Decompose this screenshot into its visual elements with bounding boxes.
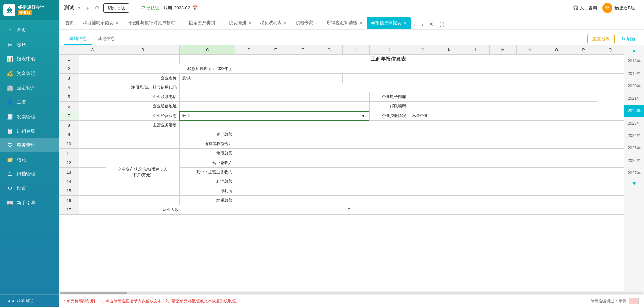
cell-3-b[interactable]: 企业名称 (106, 74, 179, 83)
cell-7-j[interactable]: 企业控股情况 (369, 111, 409, 121)
cell-10-d[interactable] (235, 139, 624, 149)
cell-8-a[interactable] (79, 121, 106, 130)
topbar-add-btn[interactable]: ＋ (85, 4, 91, 12)
tab-nav-next[interactable]: › (419, 20, 426, 29)
cell-15-b[interactable] (106, 186, 179, 196)
cell-2-a[interactable] (79, 64, 106, 74)
sidebar-item-fund[interactable]: 💰 资金管理 (0, 66, 59, 81)
sidebar-item-purchase[interactable]: 📋 进销台账 (0, 124, 59, 138)
sidebar-item-tax[interactable]: 🛡 税务管理 (0, 138, 59, 152)
cell-11-b[interactable] (106, 149, 179, 158)
cell-13-a[interactable] (79, 168, 106, 177)
sidebar-item-payroll[interactable]: 👤 工资 (0, 95, 59, 109)
cell-6-a[interactable] (79, 102, 106, 111)
cell-14-a[interactable] (79, 177, 106, 186)
reset-button[interactable]: 重置报表 (587, 34, 615, 44)
refresh-button[interactable]: ↻ 刷新 (618, 34, 639, 44)
cell-12-a[interactable] (79, 158, 106, 168)
cell-13-c[interactable]: 其中：主营业务收入 (179, 168, 235, 177)
sidebar-item-invoice[interactable]: 🧾 发票管理 (0, 109, 59, 124)
cell-3-c[interactable]: 测试 (179, 74, 342, 83)
topbar-dropdown-arrow[interactable]: ▾ (78, 5, 80, 10)
tab-close-fixed-asset[interactable]: ✕ (217, 21, 220, 25)
year-item-2020[interactable]: 2020年 (624, 80, 644, 92)
sub-tab-other[interactable]: 其他信息 (92, 33, 120, 45)
sidebar-collapse-btn[interactable]: ◄◄ 取消固定 (0, 294, 59, 307)
calendar-icon[interactable]: 📅 (192, 5, 198, 10)
cell-17-d[interactable]: 0 (235, 205, 463, 215)
cell-1-title[interactable]: 工商年报信息表 (179, 55, 597, 64)
cell-7-a[interactable] (79, 111, 106, 121)
year-item-2025[interactable]: 2025年 (624, 142, 644, 155)
tab-journal[interactable]: 日记账与银行对账单核对 ✕ (123, 17, 184, 29)
cell-15-a[interactable] (79, 186, 106, 196)
year-nav-up[interactable]: ▲ (630, 46, 638, 55)
cell-6-k[interactable] (409, 102, 597, 111)
tab-nav-prev[interactable]: ‹ (411, 20, 418, 29)
tab-expand-btn[interactable]: ⛶ (437, 20, 447, 29)
tab-annual-report[interactable]: 年报信息申报表 ✕ (367, 17, 411, 29)
cell-11-d[interactable] (235, 149, 624, 158)
cell-9-d[interactable] (235, 130, 624, 139)
cell-6-c[interactable] (179, 102, 369, 111)
cell-17-a[interactable] (79, 205, 106, 215)
tab-fixed-asset[interactable]: 固定资产类别 ✕ (185, 17, 224, 29)
cell-16-a[interactable] (79, 196, 106, 205)
cell-12-d[interactable] (235, 158, 624, 168)
cell-5-j[interactable]: 企业电子邮箱 (369, 92, 409, 102)
cell-3-a[interactable] (79, 74, 106, 83)
sidebar-item-ledger[interactable]: ▤ 总账 (0, 37, 59, 52)
sidebar-item-close[interactable]: 📁 结账 (0, 152, 59, 167)
dropdown-arrow-icon[interactable]: ▼ (361, 114, 367, 118)
cell-9-b[interactable] (106, 130, 179, 139)
year-item-2018[interactable]: 2018年 (624, 55, 644, 68)
cell-13-d[interactable] (235, 168, 624, 177)
cell-10-b[interactable] (106, 139, 179, 149)
horizontal-scrollbar[interactable] (59, 291, 644, 295)
cell-6-b[interactable]: 企业通信地址 (106, 102, 179, 111)
tab-close-journal[interactable]: ✕ (177, 21, 180, 25)
cell-12-c[interactable]: 营业总收入 (179, 158, 235, 168)
sidebar-item-settings[interactable]: ⚙ 设置 (0, 181, 59, 195)
cell-5-c[interactable] (179, 92, 369, 102)
tab-tax-fluctuation[interactable]: 税负波动表 ✕ (256, 17, 291, 29)
cell-5-k[interactable] (409, 92, 597, 102)
topbar-settings-btn[interactable]: ⚙ (95, 5, 99, 11)
tab-income-tax[interactable]: 所得税汇算清缴 ✕ (323, 17, 366, 29)
tab-close-auxiliary[interactable]: ✕ (115, 21, 118, 25)
cell-4-b[interactable]: 注册号/统一社会信用代码 (106, 83, 179, 92)
sidebar-item-asset[interactable]: 🏢 固定资产 (0, 81, 59, 95)
cell-17-b[interactable]: 从业人数 (106, 205, 235, 215)
tab-auxiliary[interactable]: 科目辅助余额表 ✕ (79, 17, 122, 29)
cell-5-b[interactable]: 企业联系电话 (106, 92, 179, 102)
cell-4-c[interactable] (179, 83, 597, 92)
year-item-2023[interactable]: 2023年 (624, 117, 644, 130)
tab-close-income-tax[interactable]: ✕ (359, 21, 362, 25)
tab-close-all[interactable]: ✕ (426, 19, 436, 29)
sidebar-item-guide[interactable]: 📖 新手引导 (0, 195, 59, 210)
year-item-2026[interactable]: 2026年 (624, 155, 644, 167)
cell-8-b[interactable]: 主营业务活动 (106, 121, 179, 130)
year-item-2027[interactable]: 2027年 (624, 167, 644, 179)
cell-16-b[interactable] (106, 196, 179, 205)
user-menu[interactable]: 畅 畅捷通B组... (602, 3, 639, 13)
year-item-2024[interactable]: 2024年 (624, 130, 644, 142)
cell-7-k[interactable]: 私营企业 (409, 111, 597, 121)
sub-tab-basic[interactable]: 基础信息 (64, 33, 92, 45)
cell-9-a[interactable] (79, 130, 106, 139)
year-nav-down[interactable]: ▼ (630, 179, 638, 188)
tab-close-tax-fluctuation[interactable]: ✕ (284, 21, 287, 25)
cell-14-d[interactable] (235, 177, 624, 186)
spreadsheet-container[interactable]: A B C D E F G H I J K L (59, 45, 624, 291)
tab-close-tax-table[interactable]: ✕ (248, 21, 251, 25)
cell-5-a[interactable] (79, 92, 106, 102)
tab-close-annual-report[interactable]: ✕ (404, 21, 407, 25)
cell-17-rest[interactable] (463, 205, 624, 215)
cell-16-c[interactable]: 纳税总额 (179, 196, 235, 205)
cell-16-d[interactable] (235, 196, 624, 205)
cell-8-c[interactable] (179, 121, 624, 130)
switch-version-button[interactable]: 切到旧版 (103, 3, 129, 13)
cell-6-j[interactable]: 邮政编码 (369, 102, 409, 111)
cell-4-a[interactable] (79, 83, 106, 92)
app-logo[interactable]: 会 畅捷通好会计 专业版 (0, 0, 59, 20)
